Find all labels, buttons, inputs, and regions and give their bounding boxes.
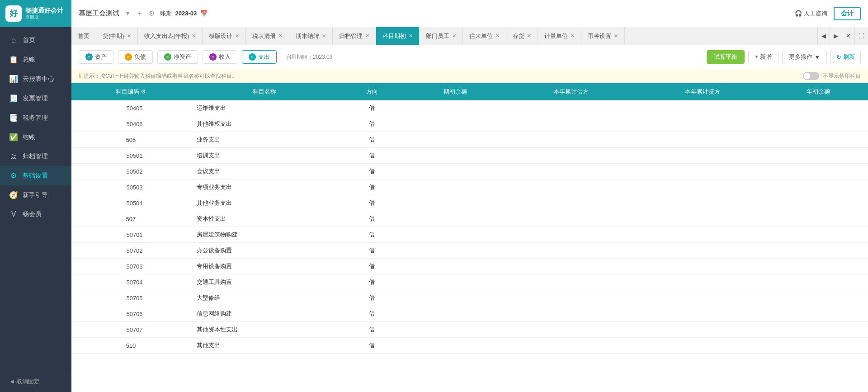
zchan-icon: ≡ <box>85 53 93 61</box>
tab-close-icon[interactable]: ✕ <box>571 33 575 39</box>
cell-3 <box>406 243 505 259</box>
settings-icon[interactable]: ⚙ <box>149 9 155 18</box>
cell-4 <box>505 179 637 195</box>
table-row[interactable]: 50703专用设备购置借 <box>71 259 868 274</box>
tab-close-icon[interactable]: ✕ <box>452 33 456 39</box>
tab-filing[interactable]: 归档管理 ✕ <box>333 27 376 45</box>
tab-close-icon[interactable]: ✕ <box>278 33 283 39</box>
report-icon: 📊 <box>9 75 18 83</box>
tab-home[interactable]: 首页 <box>71 27 96 45</box>
tab-unit[interactable]: 计量单位 ✕ <box>538 27 581 45</box>
sidebar-item-tax[interactable]: 📑税务管理 <box>0 108 71 128</box>
tab-subject_period[interactable]: 科目期初 ✕ <box>376 27 420 45</box>
sidebar-item-report[interactable]: 📊云报表中心 <box>0 69 71 89</box>
filter-tab-net_asset[interactable]: ≡净资产 <box>157 50 198 64</box>
disable-toggle[interactable] <box>803 72 819 80</box>
tab-balance[interactable]: 贷(中期) ✕ <box>96 27 138 45</box>
calendar-icon[interactable]: 📅 <box>200 10 208 17</box>
sidebar-item-member[interactable]: V畅会员 <box>0 205 71 224</box>
tab-close-icon[interactable]: ✕ <box>495 33 500 39</box>
period-display: 启用期间：2023.03 <box>286 53 332 61</box>
cell-6 <box>769 148 868 164</box>
table-row[interactable]: 505业务支出借 <box>71 132 868 148</box>
tab-close-icon[interactable]: ✕ <box>127 33 131 39</box>
tab-period_end[interactable]: 期末结转 ✕ <box>289 27 333 45</box>
table-row[interactable]: 50502会议支出借 <box>71 164 868 179</box>
tab-close-icon[interactable]: ✕ <box>235 33 239 39</box>
table-row[interactable]: 510其他支出借 <box>71 338 868 354</box>
period-value: 2023-03 <box>175 10 197 17</box>
tab-next-btn[interactable]: ▶ <box>830 27 842 45</box>
tab-close-icon[interactable]: ✕ <box>409 33 413 39</box>
period-label: 账期 2023-03 📅 <box>160 9 208 18</box>
filter-tab-expense[interactable]: ≡支出 <box>242 50 277 64</box>
sidebar-item-label: 总账 <box>23 56 35 64</box>
tab-taxclear[interactable]: 税表清册 ✕ <box>246 27 289 45</box>
table-row[interactable]: 50503专项业务支出借 <box>71 179 868 195</box>
table-row[interactable]: 50702办公设备购置借 <box>71 243 868 259</box>
tab-dept[interactable]: 部门员工 ✕ <box>420 27 463 45</box>
table-row[interactable]: 50405运维维支出借 <box>71 100 868 116</box>
filter-tab-liability[interactable]: ≡负债 <box>118 50 153 64</box>
cell-5 <box>637 338 769 354</box>
col-header-0[interactable]: 科目编码 ⚙ <box>71 83 190 100</box>
cell-0: 50405 <box>71 100 190 116</box>
calculate-btn[interactable]: 试算平衡 <box>707 50 745 64</box>
tab-close-all-btn[interactable]: ✕ <box>842 27 854 45</box>
app-name: 畅捷通好会计 <box>25 7 63 14</box>
project-title: 基层工会测试 <box>79 9 119 18</box>
tab-close-icon[interactable]: ✕ <box>192 33 196 39</box>
cell-6 <box>769 132 868 148</box>
filter-tab-asset[interactable]: ≡资产 <box>79 50 113 64</box>
sidebar-item-archive[interactable]: 🗂归档管理 <box>0 147 71 166</box>
cell-2: 借 <box>338 243 406 259</box>
cell-5 <box>637 116 769 132</box>
tab-close-icon[interactable]: ✕ <box>322 33 326 39</box>
cell-1: 业务支出 <box>190 132 338 148</box>
tab-currency[interactable]: 币种设置 ✕ <box>581 27 625 45</box>
tab-close-icon[interactable]: ✕ <box>614 33 618 39</box>
sidebar-item-settle[interactable]: ✅结账 <box>0 128 71 147</box>
main-area: 基层工会测试 ▼ ＋ ⚙ 账期 2023-03 📅 🎧 人工咨询 会计 首页贷(… <box>71 0 868 392</box>
sidebar-item-ledger[interactable]: 📋总账 <box>0 50 71 69</box>
cell-4 <box>505 306 637 322</box>
tab-income[interactable]: 收入支出表(年报) ✕ <box>138 27 203 45</box>
table-row[interactable]: 50706信息网络购建借 <box>71 306 868 322</box>
tab-inventory[interactable]: 存货 ✕ <box>506 27 538 45</box>
filter-tab-income2[interactable]: ≡收入 <box>203 50 237 64</box>
table-row[interactable]: 50705大型修缮借 <box>71 290 868 306</box>
more-btn[interactable]: 更多操作 ▼ <box>782 50 827 64</box>
sidebar-item-guide[interactable]: 🧭新手引导 <box>0 185 71 205</box>
cell-6 <box>769 211 868 227</box>
refresh-btn[interactable]: ↻ 刷新 <box>830 50 861 64</box>
cell-2: 借 <box>338 132 406 148</box>
cell-0: 50705 <box>71 290 190 306</box>
cell-6 <box>769 338 868 354</box>
add-btn[interactable]: + 新增 <box>748 50 778 64</box>
tab-client[interactable]: 往来单位 ✕ <box>463 27 506 45</box>
cell-0: 50502 <box>71 164 190 179</box>
table-row[interactable]: 50501培训支出借 <box>71 148 868 164</box>
sidebar-item-home[interactable]: ⌂首页 <box>0 31 71 50</box>
tab-prev-btn[interactable]: ◀ <box>817 27 830 45</box>
tab-expand-btn[interactable]: ⛶ <box>854 27 868 45</box>
table-row[interactable]: 50504其他业务支出借 <box>71 195 868 211</box>
table-row[interactable]: 50707其他资本性支出借 <box>71 322 868 338</box>
table-row[interactable]: 507资本性支出借 <box>71 211 868 227</box>
cell-6 <box>769 179 868 195</box>
table-row[interactable]: 50406其他维权支出借 <box>71 116 868 132</box>
project-dropdown-icon[interactable]: ▼ <box>125 10 131 17</box>
add-project-icon[interactable]: ＋ <box>136 9 143 18</box>
tab-template[interactable]: 模版设计 ✕ <box>203 27 246 45</box>
sidebar-collapse-btn[interactable]: ◄ 取消固定 <box>0 371 71 392</box>
sidebar-item-settings[interactable]: ⚙基础设置 <box>0 166 71 185</box>
tab-close-icon[interactable]: ✕ <box>527 33 531 39</box>
sidebar-item-label: 新手引导 <box>23 191 48 199</box>
sidebar-item-invoice[interactable]: 🧾发票管理 <box>0 89 71 108</box>
table-row[interactable]: 50704交通工具购置借 <box>71 274 868 290</box>
table-row[interactable]: 50701房屋建筑物购建借 <box>71 227 868 243</box>
service-btn[interactable]: 🎧 人工咨询 <box>795 9 827 18</box>
zchan-active-icon: ≡ <box>249 53 256 61</box>
kuaiji-button[interactable]: 会计 <box>834 7 861 20</box>
tab-close-icon[interactable]: ✕ <box>365 33 369 39</box>
